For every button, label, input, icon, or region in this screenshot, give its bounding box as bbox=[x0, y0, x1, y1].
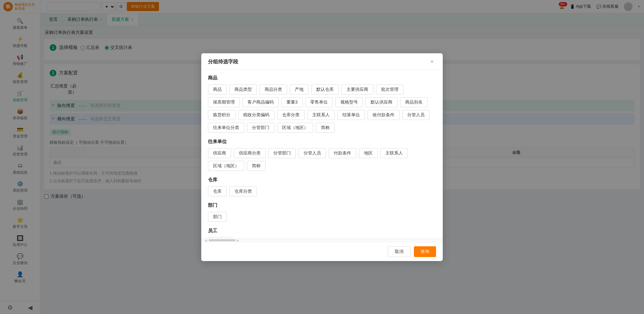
field-tag[interactable]: 仓库分类 bbox=[277, 110, 305, 120]
field-tag[interactable]: 重量3 bbox=[281, 97, 303, 107]
section-title-warehouse: 仓库 bbox=[208, 177, 436, 183]
confirm-button[interactable]: 查询 bbox=[414, 246, 436, 257]
field-tags-warehouse: 仓库仓库分类 bbox=[208, 186, 436, 196]
modal-close-button[interactable]: × bbox=[428, 58, 436, 66]
modal-header: 分组待选字段 × bbox=[201, 53, 443, 70]
field-tag[interactable]: 供应商 bbox=[208, 148, 231, 158]
section-title-partners: 往来单位 bbox=[208, 139, 436, 145]
field-tag[interactable]: 主要供应商 bbox=[341, 84, 373, 95]
field-tag[interactable]: 商品 bbox=[208, 84, 227, 95]
field-tag[interactable]: 税收分类编码 bbox=[238, 110, 274, 120]
field-tag[interactable]: 商品类型 bbox=[229, 84, 257, 95]
modal-hscroll: ◀ ▶ bbox=[201, 239, 443, 242]
field-tag[interactable]: 保质期管理 bbox=[208, 97, 240, 107]
field-tag[interactable]: 区域（地区） bbox=[277, 123, 313, 133]
field-tag[interactable]: 产地 bbox=[290, 84, 309, 95]
field-tag[interactable]: 零售单位 bbox=[305, 97, 333, 107]
field-tag[interactable]: 商品分类 bbox=[260, 84, 287, 95]
field-tag[interactable]: 默认供应商 bbox=[366, 97, 397, 107]
field-tag[interactable]: 炼货积分 bbox=[208, 110, 235, 120]
hscroll-bar[interactable] bbox=[209, 239, 235, 241]
field-tag[interactable]: 默认仓库 bbox=[311, 84, 339, 95]
field-section-goods: 商品商品商品类型商品分类产地默认仓库主要供应商批次管理保质期管理客户商品编码重量… bbox=[208, 75, 436, 133]
field-section-partners: 往来单位供应商供应商分类分管部门分管人员付款条件地区主联系人区域（地区）简称 bbox=[208, 139, 436, 171]
modal-body: 商品商品商品类型商品分类产地默认仓库主要供应商批次管理保质期管理客户商品编码重量… bbox=[201, 70, 443, 239]
cancel-button[interactable]: 取消 bbox=[388, 246, 411, 257]
field-tag[interactable]: 分管部门 bbox=[268, 148, 296, 158]
field-tags-goods: 商品商品类型商品分类产地默认仓库主要供应商批次管理保质期管理客户商品编码重量3零… bbox=[208, 84, 436, 133]
field-tags-partners: 供应商供应商分类分管部门分管人员付款条件地区主联系人区域（地区）简称 bbox=[208, 148, 436, 171]
field-tag[interactable]: 结算单位 bbox=[337, 110, 365, 120]
modal-title: 分组待选字段 bbox=[208, 59, 238, 65]
field-tag[interactable]: 地区 bbox=[359, 148, 378, 158]
field-tag[interactable]: 分管部门 bbox=[247, 123, 274, 133]
section-title-goods: 商品 bbox=[208, 75, 436, 81]
field-tag[interactable]: 仓库分类 bbox=[229, 186, 257, 196]
field-tag[interactable]: 往来单位分类 bbox=[208, 123, 244, 133]
field-tag[interactable]: 批次管理 bbox=[376, 84, 404, 95]
modal-container: 分组待选字段 × 商品商品商品类型商品分类产地默认仓库主要供应商批次管理保质期管… bbox=[201, 53, 443, 261]
field-tag[interactable]: 主联系人 bbox=[380, 148, 408, 158]
field-tag[interactable]: 区域（地区） bbox=[208, 161, 244, 171]
field-tag[interactable]: 简称 bbox=[247, 161, 266, 171]
field-section-warehouse: 仓库仓库仓库分类 bbox=[208, 177, 436, 196]
field-section-department: 部门部门 bbox=[208, 202, 436, 222]
section-title-department: 部门 bbox=[208, 202, 436, 208]
field-tag[interactable]: 部门 bbox=[208, 212, 227, 222]
section-title-employee: 员工 bbox=[208, 228, 436, 234]
field-tag[interactable]: 分管人员 bbox=[299, 148, 326, 158]
field-tag[interactable]: 规格型号 bbox=[335, 97, 363, 107]
modal-footer: 取消 查询 bbox=[201, 242, 443, 261]
field-section-employee: 员工业务员 bbox=[208, 228, 436, 239]
field-tags-department: 部门 bbox=[208, 212, 436, 222]
field-tag[interactable]: 仓库 bbox=[208, 186, 227, 196]
field-tag[interactable]: 付款条件 bbox=[329, 148, 356, 158]
field-tag[interactable]: 供应商分类 bbox=[234, 148, 266, 158]
field-tag[interactable]: 商品别名 bbox=[400, 97, 428, 107]
field-tag[interactable]: 主联系人 bbox=[307, 110, 335, 120]
field-tag[interactable]: 分管人员 bbox=[402, 110, 430, 120]
field-tag[interactable]: 收付款条件 bbox=[368, 110, 399, 120]
field-tag[interactable]: 客户商品编码 bbox=[243, 97, 279, 107]
modal-overlay[interactable]: 分组待选字段 × 商品商品商品类型商品分类产地默认仓库主要供应商批次管理保质期管… bbox=[0, 0, 644, 314]
field-tag[interactable]: 简称 bbox=[316, 123, 335, 133]
